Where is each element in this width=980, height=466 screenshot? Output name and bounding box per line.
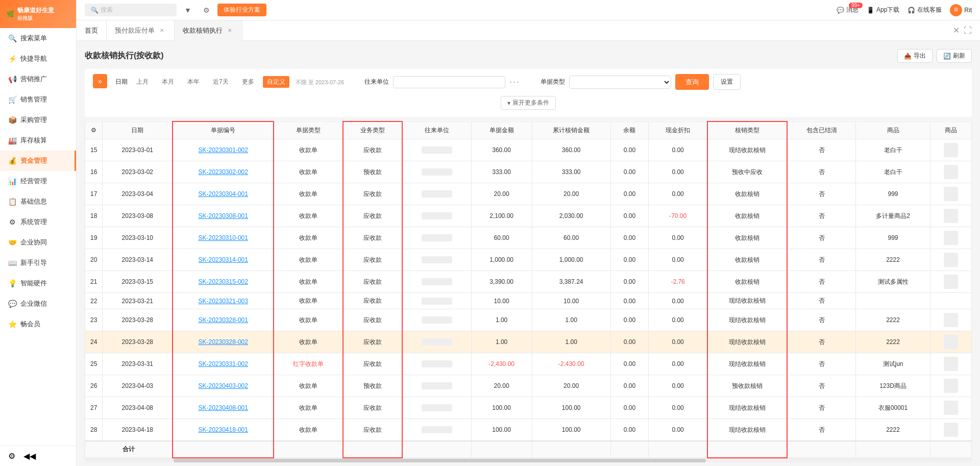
cell-partner — [402, 227, 471, 249]
expand-more-btn[interactable]: ▾ 展开更多条件 — [501, 96, 556, 110]
settings-bottom-icon[interactable]: ⚙ — [8, 451, 15, 461]
doctype-select[interactable]: 收款单 红字收款单 — [569, 76, 671, 89]
doc-no-link[interactable]: SK-20230304-001 — [199, 190, 248, 198]
sidebar-item-system[interactable]: ⚙ 系统管理 — [0, 212, 76, 232]
col-goods2[interactable]: 商品 — [930, 121, 971, 139]
collapse-icon[interactable]: ◀◀ — [23, 451, 36, 461]
solution-btn[interactable]: 体验行业方案 — [217, 4, 266, 16]
sidebar-label-system: 系统管理 — [20, 217, 47, 227]
table-scrollbar[interactable] — [85, 458, 972, 462]
footer-goods1 — [856, 441, 930, 458]
date-7days[interactable]: 近7天 — [208, 76, 233, 88]
sidebar-item-basics[interactable]: 📋 基础信息 — [0, 191, 76, 212]
partner-value — [422, 212, 452, 219]
cell-docno: SK-20230301-002 — [173, 139, 274, 161]
col-amount[interactable]: 单据金额 — [471, 121, 532, 139]
cell-doctype: 收款单 — [274, 375, 343, 397]
sidebar-item-collab[interactable]: 🤝 企业协同 — [0, 232, 76, 253]
tab-writeoff-close[interactable]: ✕ — [226, 27, 234, 34]
date-more[interactable]: 更多 — [237, 76, 259, 88]
sidebar-item-wechat[interactable]: 💬 企业微信 — [0, 293, 76, 314]
app-download-btn[interactable]: 📱 App下载 — [867, 6, 899, 14]
doc-no-link[interactable]: SK-20230403-002 — [199, 382, 248, 389]
col-settings[interactable]: ⚙ — [85, 121, 103, 139]
refresh-btn[interactable]: 🔄 刷新 — [937, 49, 972, 63]
partner-more-btn[interactable]: ··· — [509, 77, 520, 87]
cell-balance: 0.00 — [610, 271, 649, 293]
doc-no-link[interactable]: SK-20230321-003 — [199, 298, 248, 305]
col-date[interactable]: 日期 — [103, 121, 173, 139]
tab-prepay-close[interactable]: ✕ — [158, 27, 166, 34]
doc-no-link[interactable]: SK-20230315-002 — [199, 278, 248, 285]
query-btn[interactable]: 查询 — [675, 74, 709, 90]
col-partner[interactable]: 往来单位 — [402, 121, 471, 139]
gear-btn[interactable]: ⚙ — [199, 3, 213, 17]
cell-included: 否 — [787, 331, 856, 353]
date-this-year[interactable]: 本年 — [183, 76, 204, 88]
col-balance[interactable]: 余额 — [610, 121, 649, 139]
sidebar-item-sales[interactable]: 🛒 销售管理 — [0, 89, 76, 110]
col-biztype[interactable]: 业务类型 — [343, 121, 402, 139]
doc-no-link[interactable]: SK-20230310-001 — [199, 234, 248, 241]
doc-no-link[interactable]: SK-20230301-002 — [199, 146, 248, 154]
date-range-group: 不限 至 2023-07-26 — [296, 78, 344, 86]
cell-date: 2023-03-02 — [103, 161, 173, 183]
user-area[interactable]: R Rit — [950, 4, 972, 16]
sidebar-item-guide[interactable]: 📖 新手引导 — [0, 253, 76, 273]
date-last-month[interactable]: 上月 — [132, 76, 153, 88]
sidebar-item-shortcut[interactable]: ⚡ 快捷导航 — [0, 48, 76, 69]
sidebar-item-search[interactable]: 🔍 搜索菜单 — [0, 28, 76, 48]
col-included[interactable]: 包含已结清 — [787, 121, 856, 139]
message-btn[interactable]: 💬 消息 99+ — [837, 6, 859, 14]
cell-biztype: 应收款 — [343, 397, 402, 419]
col-cash-disc[interactable]: 现金折扣 — [649, 121, 707, 139]
sidebar-item-purchase[interactable]: 📦 采购管理 — [0, 110, 76, 130]
doc-no-link[interactable]: SK-20230314-001 — [199, 256, 248, 263]
sidebar-item-vip[interactable]: ⭐ 畅会员 — [0, 314, 76, 334]
export-btn[interactable]: 📤 导出 — [897, 49, 933, 63]
doc-no-link[interactable]: SK-20230331-002 — [199, 360, 248, 367]
sidebar-item-finance[interactable]: 💰 资金管理 — [0, 151, 76, 171]
dropdown-arrow[interactable]: ▼ — [181, 3, 195, 17]
col-acc-amount[interactable]: 累计核销金额 — [532, 121, 610, 139]
cell-partner — [402, 419, 471, 442]
table-row: 16 2023-03-02 SK-20230302-002 收款单 预收款 33… — [85, 161, 972, 183]
filter-expand-btn[interactable]: » — [93, 74, 107, 88]
tab-writeoff[interactable]: 收款核销执行 ✕ — [175, 20, 242, 41]
col-docno[interactable]: 单据编号 — [173, 121, 274, 139]
sidebar-label-purchase: 采购管理 — [20, 115, 47, 125]
footer-balance — [610, 441, 649, 458]
online-service-btn[interactable]: 🎧 在线客服 — [908, 6, 942, 14]
partner-input[interactable] — [393, 76, 505, 88]
table-row: 28 2023-04-18 SK-20230418-001 收款单 应收款 10… — [85, 419, 972, 442]
close-all-icon[interactable]: ✕ — [953, 26, 960, 35]
search-bar[interactable]: 🔍 搜索 — [85, 4, 177, 16]
col-goods1[interactable]: 商品 — [856, 121, 930, 139]
cell-balance: 0.00 — [610, 331, 649, 353]
doc-no-link[interactable]: SK-20230328-002 — [199, 338, 248, 346]
sidebar-label-guide: 新手引导 — [20, 258, 47, 267]
date-this-month[interactable]: 本月 — [157, 76, 179, 88]
setting-btn[interactable]: 设置 — [713, 74, 741, 90]
cell-amount: 3,390.00 — [471, 271, 532, 293]
sidebar-item-management[interactable]: 📊 经营管理 — [0, 171, 76, 191]
tab-home[interactable]: 首页 — [77, 20, 107, 41]
date-custom-btn[interactable]: 自定义 — [263, 76, 289, 88]
col-writeoff-type[interactable]: 核销类型 — [707, 121, 787, 139]
tab-prepay[interactable]: 预付款应付单 ✕ — [107, 20, 175, 41]
partner-value — [422, 338, 452, 346]
sidebar-item-inventory[interactable]: 🏭 库存核算 — [0, 130, 76, 151]
sidebar-item-marketing[interactable]: 📢 营销推广 — [0, 69, 76, 89]
sidebar-item-hardware[interactable]: 💡 智能硬件 — [0, 273, 76, 293]
doc-no-link[interactable]: SK-20230418-001 — [199, 426, 248, 433]
doc-no-link[interactable]: SK-20230308-001 — [199, 212, 248, 219]
expand-tab-icon[interactable]: ⛶ — [964, 26, 972, 35]
date-filter-label: 日期 — [115, 78, 128, 86]
doc-no-link[interactable]: SK-20230302-002 — [199, 168, 248, 176]
footer-partner — [402, 441, 471, 458]
doc-no-link[interactable]: SK-20230408-001 — [199, 404, 248, 411]
col-doctype[interactable]: 单据类型 — [274, 121, 343, 139]
doc-no-link[interactable]: SK-20230328-001 — [199, 316, 248, 324]
cell-no: 26 — [85, 375, 103, 397]
cell-partner — [402, 375, 471, 397]
